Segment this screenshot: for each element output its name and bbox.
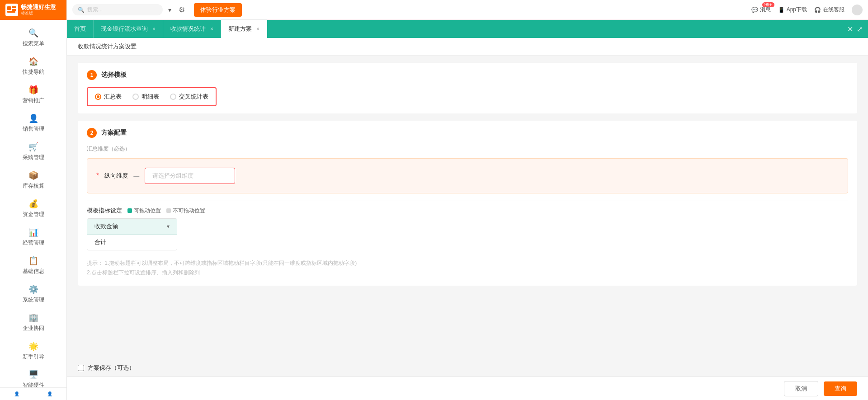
sidebar-item-purchase[interactable]: 🛒 采购管理	[0, 137, 66, 166]
dimension-title: 汇总维度（必选）	[87, 145, 848, 153]
download-icon: 📱	[778, 7, 785, 13]
tab-new-plan-close-icon[interactable]: ×	[256, 26, 259, 32]
main-area: 🔍 搜索... ▾ ⚙ 体验行业方案 💬 消息 99+ 📱 App下载 🎧 在线…	[67, 0, 868, 400]
message-icon: 💬	[751, 7, 758, 13]
user-avatar	[852, 5, 863, 15]
draggable-label: 可拖动位置	[134, 207, 161, 215]
radio-summary-label: 汇总表	[104, 93, 122, 101]
sidebar-item-enterprise-label: 企业协同	[23, 325, 44, 332]
radio-summary[interactable]: 汇总表	[95, 93, 122, 101]
sidebar-item-enterprise[interactable]: 🏢 企业协同	[0, 308, 66, 337]
header-dropdown-icon[interactable]: ▾	[168, 6, 171, 14]
cart-icon: 🛒	[28, 142, 38, 152]
tab-home[interactable]: 首页	[67, 20, 94, 38]
user-item[interactable]	[852, 5, 863, 15]
hint-text-1: 提示： 1.拖动标题栏可以调整布局，不可跨维度或指标区域拖动栏目字段(只能在同一…	[87, 259, 848, 267]
tab-new-plan[interactable]: 新建方案 ×	[221, 20, 267, 38]
sidebar-item-newbie[interactable]: 🌟 新手引导	[0, 337, 66, 365]
radio-cross[interactable]: 交叉统计表	[170, 93, 208, 101]
step2-header: 2 方案配置	[87, 128, 848, 138]
tab-close-window-icon[interactable]: ✕	[847, 25, 853, 33]
headset-icon: 🎧	[814, 7, 821, 13]
notifications-badge: 99+	[762, 2, 774, 7]
sidebar-item-quicknav-label: 快捷导航	[23, 68, 44, 76]
sidebar-item-system-label: 系统管理	[23, 296, 44, 304]
sidebar-item-hardware-label: 智能硬件	[23, 381, 44, 387]
tab-home-label: 首页	[74, 25, 86, 33]
download-item[interactable]: 📱 App下载	[778, 6, 807, 14]
header-search-icon: 🔍	[78, 7, 85, 13]
sidebar-item-sales-label: 销售管理	[23, 125, 44, 133]
clipboard-icon: 📋	[28, 256, 38, 266]
trial-button[interactable]: 体验行业方案	[194, 3, 242, 17]
sidebar-logo: 畅捷通好生意 标准版	[0, 0, 66, 20]
svg-rect-1	[12, 6, 16, 8]
sidebar-item-basicinfo[interactable]: 📋 基础信息	[0, 251, 66, 280]
header-gear-icon[interactable]: ⚙	[179, 5, 185, 14]
tab-receipt-label: 收款情况统计	[170, 25, 206, 33]
sidebar-item-finance-label: 资金管理	[23, 211, 44, 218]
support-item[interactable]: 🎧 在线客服	[814, 6, 844, 14]
tab-receipt-close-icon[interactable]: ×	[210, 26, 213, 32]
query-button[interactable]: 查询	[824, 381, 857, 396]
dimension-select[interactable]: 请选择分组维度	[145, 168, 235, 184]
step1-title: 选择模板	[101, 71, 127, 79]
home-icon: 🏠	[28, 56, 38, 66]
notifications-item[interactable]: 💬 消息 99+	[751, 6, 771, 14]
save-checkbox[interactable]	[78, 365, 84, 371]
step2-title: 方案配置	[101, 129, 127, 137]
sidebar-bottom-user2[interactable]: 👤	[47, 391, 52, 396]
logo-name: 畅捷通好生意	[21, 4, 56, 11]
metrics-header: 模板指标设定 可拖动位置 不可拖动位置	[87, 207, 848, 215]
sidebar-bottom-user1[interactable]: 👤	[14, 391, 19, 396]
sidebar-item-operations[interactable]: 📊 经营管理	[0, 223, 66, 251]
svg-rect-2	[12, 9, 16, 11]
tab-maximize-icon[interactable]: ⤢	[857, 25, 863, 33]
metrics-column-name: 收款金额	[94, 222, 118, 231]
sidebar-item-quicknav[interactable]: 🏠 快捷导航	[0, 52, 66, 80]
header-search[interactable]: 🔍 搜索...	[72, 4, 163, 15]
header-right: 💬 消息 99+ 📱 App下载 🎧 在线客服	[751, 5, 863, 15]
step2-number: 2	[87, 128, 97, 138]
vertical-dimension-label: 纵向维度	[104, 172, 128, 180]
save-option: 方案保存（可选）	[67, 359, 868, 376]
sidebar-item-inventory[interactable]: 📦 库存核算	[0, 166, 66, 194]
svg-rect-0	[7, 6, 11, 10]
box-icon: 📦	[28, 170, 38, 180]
non-draggable-label: 不可拖动位置	[173, 207, 205, 215]
no-drag-dot-icon	[166, 208, 171, 213]
step1-header: 1 选择模板	[87, 70, 848, 80]
sidebar: 畅捷通好生意 标准版 🔍 搜索菜单 🏠 快捷导航 🎁 营销推广 👤 销售管理 🛒…	[0, 0, 67, 400]
user1-avatar-icon: 👤	[14, 391, 19, 396]
logo-text-block: 畅捷通好生意 标准版	[21, 4, 56, 17]
radio-detail[interactable]: 明细表	[132, 93, 159, 101]
cancel-button[interactable]: 取消	[784, 381, 818, 396]
sidebar-item-finance[interactable]: 💰 资金管理	[0, 194, 66, 223]
sidebar-item-marketing[interactable]: 🎁 营销推广	[0, 80, 66, 109]
sidebar-item-purchase-label: 采购管理	[23, 154, 44, 161]
sidebar-item-search-label: 搜索菜单	[23, 40, 44, 47]
user-icon: 👤	[28, 113, 38, 123]
sidebar-item-hardware[interactable]: 🖥️ 智能硬件	[0, 365, 66, 387]
user2-avatar-icon: 👤	[47, 391, 52, 396]
tab-bank-close-icon[interactable]: ×	[152, 26, 156, 32]
content-header: 收款情况统计方案设置	[67, 38, 868, 56]
money-icon: 💰	[28, 199, 38, 209]
sidebar-item-system[interactable]: ⚙️ 系统管理	[0, 280, 66, 308]
star-icon: 🌟	[28, 341, 38, 351]
non-draggable-tag: 不可拖动位置	[166, 207, 205, 215]
sidebar-item-marketing-label: 营销推广	[23, 97, 44, 104]
top-header: 🔍 搜索... ▾ ⚙ 体验行业方案 💬 消息 99+ 📱 App下载 🎧 在线…	[67, 0, 868, 20]
sidebar-item-sales[interactable]: 👤 销售管理	[0, 109, 66, 137]
radio-detail-dot	[132, 94, 139, 100]
dimension-area: * 纵向维度 — 请选择分组维度	[87, 158, 848, 193]
sidebar-item-search[interactable]: 🔍 搜索菜单	[0, 24, 66, 52]
draggable-tag: 可拖动位置	[127, 207, 161, 215]
tab-bank[interactable]: 现金银行流水查询 ×	[94, 20, 163, 38]
metrics-dropdown-icon[interactable]: ▾	[167, 223, 170, 230]
step1-number: 1	[87, 70, 97, 80]
tab-receipt[interactable]: 收款情况统计 ×	[163, 20, 221, 38]
support-label: 在线客服	[823, 6, 844, 14]
sidebar-item-operations-label: 经营管理	[23, 239, 44, 247]
building-icon: 🏢	[28, 313, 38, 323]
